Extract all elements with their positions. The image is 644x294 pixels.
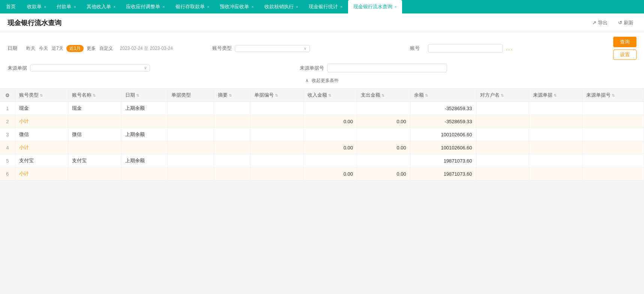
filter-row-date: 日期 昨天今天近7天近1月更多自定义 2023-02-24 至 2023-03-… (8, 37, 636, 60)
gear-icon[interactable]: ⚙ (5, 93, 10, 98)
col-summary[interactable]: 摘要⇅ (214, 89, 251, 102)
cell-doc_type (168, 154, 214, 167)
sort-icon: ⇅ (554, 93, 557, 97)
col-counterpart[interactable]: 对方户名⇅ (476, 89, 529, 102)
table-row: 2小计0.000.00-3528659.33 (0, 115, 644, 128)
cell-summary (214, 154, 251, 167)
cell-date (122, 141, 168, 154)
chevron-down-icon2: ∨ (144, 66, 147, 70)
date-shortcut-更多[interactable]: 更多 (86, 45, 96, 52)
collapse-icon: ∧ (305, 78, 309, 83)
tab-label: 收款单 (27, 3, 42, 10)
refresh-button[interactable]: ↺ 刷新 (615, 18, 636, 28)
cell-source_doc (529, 115, 582, 128)
cell-doc_type (168, 115, 214, 128)
cell-doc_no (251, 141, 304, 154)
date-shortcut-近1月[interactable]: 近1月 (66, 45, 84, 52)
cell-gear: 4 (0, 141, 15, 154)
date-range: 2023-02-24 至 2023-03-24 (120, 45, 173, 52)
query-button[interactable]: 查询 (613, 37, 636, 47)
cell-source_doc_no (582, 154, 644, 167)
col-date[interactable]: 日期⇅ (122, 89, 168, 102)
sort-icon: ⇅ (229, 93, 232, 97)
cell-doc_no (251, 167, 304, 181)
cell-balance: -3528659.33 (410, 102, 476, 115)
cell-date (122, 167, 168, 181)
cell-expense: 0.00 (357, 141, 410, 154)
tab-label: 预收冲应收单 (220, 3, 249, 10)
col-doc_type: 单据类型 (168, 89, 214, 102)
col-label: 日期 (125, 92, 135, 98)
header-actions: ↗ 导出 ↺ 刷新 (589, 18, 636, 28)
col-label: 来源单据 (533, 92, 552, 98)
col-account_name[interactable]: 账号名称⇅ (68, 89, 122, 102)
cell-gear: 5 (0, 154, 15, 167)
col-source_doc_no[interactable]: 来源单据号⇅ (582, 89, 644, 102)
col-expense[interactable]: 支出金额⇅ (357, 89, 410, 102)
tab-close-icon[interactable]: × (74, 4, 76, 9)
settings-button[interactable]: 设置 (613, 49, 636, 60)
nav-tab-其他收入单[interactable]: 其他收入单× (81, 0, 121, 13)
account-input[interactable] (428, 44, 503, 53)
cell-date: 上期余额 (122, 154, 168, 167)
nav-tab-收款单[interactable]: 收款单× (22, 0, 51, 13)
tab-close-icon[interactable]: × (251, 4, 254, 9)
account-dots-button[interactable]: ... (506, 45, 513, 52)
nav-tab-银行存取款单[interactable]: 银行存取款单× (170, 0, 215, 13)
source-doc-select[interactable]: ∨ (30, 64, 150, 72)
cell-balance: 19871073.60 (410, 154, 476, 167)
tab-close-icon[interactable]: × (162, 4, 165, 9)
nav-tab-预收冲应收单[interactable]: 预收冲应收单× (215, 0, 259, 13)
tab-close-icon[interactable]: × (296, 4, 298, 9)
table-row: 4小计0.000.00100102606.60 (0, 141, 644, 154)
cell-doc_type (168, 141, 214, 154)
col-label: 来源单据号 (586, 92, 611, 98)
nav-tab-现金银行统计[interactable]: 现金银行统计× (303, 0, 348, 13)
collapse-label: 收起更多条件 (312, 78, 339, 83)
col-doc_no[interactable]: 单据编号⇅ (251, 89, 304, 102)
col-income[interactable]: 收入金额⇅ (304, 89, 357, 102)
col-source_doc[interactable]: 来源单据⇅ (529, 89, 582, 102)
nav-tab-应收应付调整单[interactable]: 应收应付调整单× (121, 0, 170, 13)
account-label: 账号 (410, 45, 425, 52)
cell-summary (214, 115, 251, 128)
account-type-select[interactable]: ∨ (235, 45, 310, 52)
source-doc-label: 来源单据 (8, 65, 27, 72)
nav-tab-付款单[interactable]: 付款单× (51, 0, 81, 13)
tab-close-icon[interactable]: × (113, 4, 116, 9)
cell-source_doc_no (582, 141, 644, 154)
col-account_type[interactable]: 账号类型⇅ (15, 89, 68, 102)
date-shortcut-自定义[interactable]: 自定义 (99, 45, 114, 52)
source-doc-no-input[interactable] (327, 64, 447, 72)
date-shortcut-今天[interactable]: 今天 (38, 45, 49, 52)
col-balance[interactable]: 余额⇅ (410, 89, 476, 102)
cell-income (304, 154, 357, 167)
cell-date: 上期余额 (122, 102, 168, 115)
sort-icon: ⇅ (501, 93, 504, 97)
cell-source_doc_no (582, 128, 644, 141)
tab-close-icon[interactable]: × (395, 4, 397, 9)
cell-summary (214, 167, 251, 181)
table-row: 1现金现金上期余额-3528659.33 (0, 102, 644, 115)
cell-balance: 100102606.60 (410, 128, 476, 141)
cell-doc_no (251, 154, 304, 167)
tab-close-icon[interactable]: × (340, 4, 342, 9)
source-doc-no-label: 来源单据号 (300, 65, 324, 72)
collapse-bar[interactable]: ∧ 收起更多条件 (8, 76, 636, 85)
date-shortcut-昨天[interactable]: 昨天 (26, 45, 36, 52)
col-label: 余额 (414, 92, 424, 98)
tab-close-icon[interactable]: × (207, 4, 209, 9)
cell-counterpart (476, 167, 529, 181)
sort-icon: ⇅ (328, 93, 331, 97)
cell-income (304, 102, 357, 115)
nav-tab-现金银行流水查询[interactable]: 现金银行流水查询× (348, 0, 402, 13)
cell-source_doc (529, 102, 582, 115)
export-button[interactable]: ↗ 导出 (589, 18, 611, 28)
cell-income: 0.00 (304, 167, 357, 181)
cell-account_type: 微信 (15, 128, 68, 141)
nav-tab-收款核销执行[interactable]: 收款核销执行× (259, 0, 303, 13)
date-shortcut-近7天[interactable]: 近7天 (51, 45, 64, 52)
tab-close-icon[interactable]: × (44, 4, 46, 9)
nav-home[interactable]: 首页 (0, 0, 22, 13)
tab-label: 其他收入单 (87, 3, 111, 10)
